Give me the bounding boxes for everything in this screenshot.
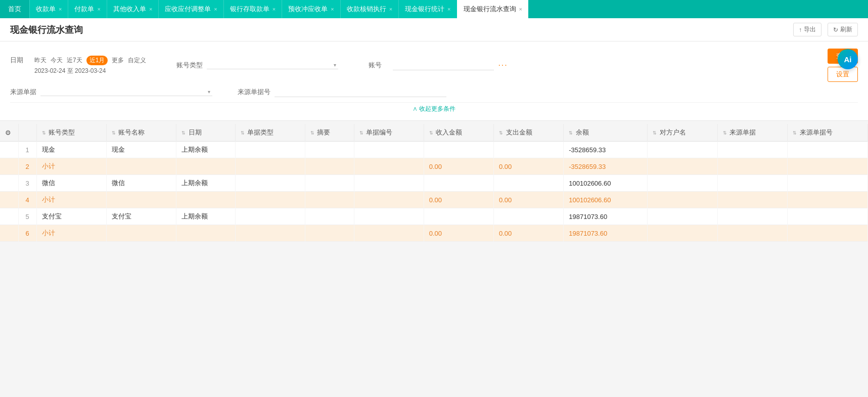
date-opt-custom[interactable]: 自定义 [128,56,146,65]
ai-assistant-button[interactable]: Ai [838,49,858,69]
table-cell [235,208,305,225]
date-opt-yesterday[interactable]: 昨天 [34,56,47,65]
table-header-row: ⚙ ⇅ 账号类型 ⇅ 账号名称 ⇅ 日期 ⇅ 单据类型 [0,124,868,142]
source-doc-select[interactable]: ▾ [40,88,212,96]
table-cell [717,175,787,192]
row-settings-cell[interactable] [0,142,18,158]
close-fukuan-icon[interactable]: × [97,6,100,12]
collapse-conditions[interactable]: ∧ 收起更多条件 [10,102,858,115]
close-shoukuan-icon[interactable]: × [59,6,62,12]
table-row: 3微信微信上期余额100102606.60 [0,175,868,192]
tab-tongji[interactable]: 现金银行统计 × [398,0,456,18]
col-source-doc[interactable]: ⇅ 来源单据 [717,124,787,142]
account-type-select[interactable]: ▾ [207,61,338,69]
col-balance[interactable]: ⇅ 余额 [564,124,648,142]
col-income[interactable]: ⇅ 收入金额 [424,124,493,142]
date-label: 日期 [10,56,30,65]
date-opt-7days[interactable]: 近7天 [67,56,82,65]
dots-button[interactable]: ··· [498,61,508,70]
col-account-name[interactable]: ⇅ 账号名称 [106,124,176,142]
close-qita-icon[interactable]: × [149,6,152,12]
table-row: 4小计0.000.00100102606.60 [0,192,868,208]
table-container: ⚙ ⇅ 账号类型 ⇅ 账号名称 ⇅ 日期 ⇅ 单据类型 [0,124,868,242]
refresh-button[interactable]: ↻ 刷新 [828,23,858,36]
export-button[interactable]: ↑ 导出 [793,23,821,36]
table-cell: 6 [18,225,36,242]
tab-liushui[interactable]: 现金银行流水查询 × [457,0,528,18]
source-doc-no-input[interactable] [275,87,446,97]
page-header: 现金银行流水查询 ↑ 导出 ↻ 刷新 [0,18,868,41]
filter-area: 日期 昨天 今天 近7天 近1月 更多 自定义 2023-02-24 至 202… [0,41,868,121]
col-expense[interactable]: ⇅ 支出金额 [494,124,564,142]
table-cell [648,158,717,175]
table-cell: 0.00 [424,225,493,242]
row-settings-cell[interactable] [0,158,18,175]
sort-expense-icon: ⇅ [499,130,503,136]
row-settings-cell[interactable] [0,208,18,225]
date-opt-1month[interactable]: 近1月 [86,56,108,65]
close-liushui-icon[interactable]: × [519,6,522,12]
tab-shoukuan[interactable]: 收款单 × [29,0,68,18]
col-source-doc-no[interactable]: ⇅ 来源单据号 [787,124,867,142]
col-account-type[interactable]: ⇅ 账号类型 [36,124,106,142]
table-cell [787,175,867,192]
table-cell: -3528659.33 [564,158,648,175]
table-cell [305,158,354,175]
settings-gear-icon[interactable]: ⚙ [5,129,11,137]
close-yushou-icon[interactable]: × [331,6,334,12]
table-cell [305,175,354,192]
date-opt-more[interactable]: 更多 [112,56,124,65]
col-doc-no[interactable]: ⇅ 单据编号 [354,124,424,142]
row-settings-cell[interactable] [0,192,18,208]
table-cell [354,208,424,225]
table-cell [354,175,424,192]
table-row: 6小计0.000.0019871073.60 [0,225,868,242]
col-date[interactable]: ⇅ 日期 [176,124,236,142]
close-yingshou-icon[interactable]: × [214,6,217,12]
table-cell [354,192,424,208]
date-filter: 日期 昨天 今天 近7天 近1月 更多 自定义 2023-02-24 至 202… [10,56,146,75]
table-cell [354,158,424,175]
table-cell [787,192,867,208]
table-cell [717,225,787,242]
table-row: 1现金现金上期余额-3528659.33 [0,142,868,158]
settings-button[interactable]: 设置 [828,67,858,82]
close-yinhang-icon[interactable]: × [272,6,276,12]
sort-balance-icon: ⇅ [569,130,573,136]
table-cell: 4 [18,192,36,208]
close-hexiao-icon[interactable]: × [389,6,392,12]
table-cell: 5 [18,208,36,225]
sort-source-doc-icon: ⇅ [723,130,727,136]
date-opt-today[interactable]: 今天 [51,56,63,65]
table-cell [717,158,787,175]
close-tongji-icon[interactable]: × [447,6,450,12]
tab-yingshou[interactable]: 应收应付调整单 × [158,0,223,18]
refresh-icon: ↻ [833,26,838,33]
date-options: 昨天 今天 近7天 近1月 更多 自定义 [34,56,146,65]
table-cell: 微信 [106,175,176,192]
account-type-filter: 账号类型 ▾ [176,61,338,70]
header-actions: ↑ 导出 ↻ 刷新 [793,23,858,36]
tab-yushou[interactable]: 预收冲应收单 × [282,0,340,18]
row-settings-cell[interactable] [0,175,18,192]
nav-home[interactable]: 首页 [0,0,29,18]
row-settings-cell[interactable] [0,225,18,242]
tab-yinhang[interactable]: 银行存取款单 × [223,0,282,18]
col-summary[interactable]: ⇅ 摘要 [305,124,354,142]
account-filter: 账号 ··· [369,60,508,70]
table-cell: 现金 [36,142,106,158]
table-cell: 0.00 [494,225,564,242]
col-settings[interactable]: ⚙ [0,124,18,142]
tab-qita[interactable]: 其他收入单 × [107,0,158,18]
tab-shoukuanhexiao[interactable]: 收款核销执行 × [340,0,398,18]
account-input[interactable] [393,60,494,70]
table-cell [305,142,354,158]
table-cell [305,192,354,208]
sort-doc-no-icon: ⇅ [359,130,363,136]
col-doc-type[interactable]: ⇅ 单据类型 [235,124,305,142]
table-cell [717,192,787,208]
col-counterpart[interactable]: ⇅ 对方户名 [648,124,717,142]
tab-fukuan[interactable]: 付款单 × [68,0,106,18]
table-cell [648,192,717,208]
table-cell [176,158,236,175]
